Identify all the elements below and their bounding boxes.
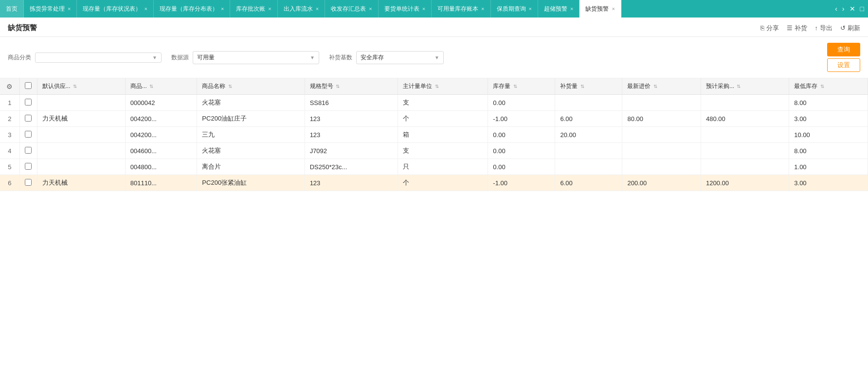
row-unit: 箱: [398, 127, 488, 143]
latest-price-sort-icon: ⇅: [653, 84, 657, 89]
export-button[interactable]: ↑ 导出: [815, 24, 833, 33]
category-filter-group: 商品分类 ▼: [8, 53, 162, 63]
settings-button[interactable]: 设置: [827, 58, 860, 72]
row-checkbox[interactable]: [25, 115, 32, 122]
row-name: 三九: [197, 127, 305, 143]
row-spec: 123: [305, 111, 398, 127]
tab-nav-buttons: ‹ › ✕ □: [831, 4, 868, 14]
tab-stock-status[interactable]: 现存量（库存状况表） ×: [77, 0, 153, 18]
table-container: ⚙ 默认供应... ⇅ 商品... ⇅ 商品名称 ⇅: [0, 78, 868, 191]
close-tab-stock-status[interactable]: ×: [144, 6, 147, 12]
table-row[interactable]: 1 0000042 火花塞 SS816 支 0.00 8.00: [0, 95, 868, 111]
col-unit[interactable]: 主计量单位 ⇅: [398, 78, 488, 95]
col-stock[interactable]: 库存量 ⇅: [488, 78, 555, 95]
tab-home[interactable]: 首页: [0, 0, 24, 18]
col-code[interactable]: 商品... ⇅: [125, 78, 197, 95]
table-row[interactable]: 3 004200... 三九 123 箱 0.00 20.00 10.00: [0, 127, 868, 143]
tab-shortage[interactable]: 缺货预警 ×: [579, 0, 621, 18]
row-checkbox[interactable]: [25, 131, 32, 138]
row-latest-price: 200.00: [622, 175, 701, 191]
table-row[interactable]: 5 004800... 离合片 DS250*23c... 只 0.00 1.00: [0, 159, 868, 175]
replenish-icon: ☰: [787, 24, 793, 32]
row-checkbox[interactable]: [25, 147, 32, 154]
close-tab-overstock[interactable]: ×: [570, 6, 573, 12]
row-checkbox-cell[interactable]: [19, 127, 37, 143]
replenish-button[interactable]: ☰ 补货: [787, 24, 807, 33]
close-tab-stock-dist[interactable]: ×: [221, 6, 224, 12]
table-row[interactable]: 2 力天机械 004200... PC200油缸庄子 123 个 -1.00 6…: [0, 111, 868, 127]
tab-available[interactable]: 可用量库存账本 ×: [432, 0, 490, 18]
category-chevron-icon: ▼: [152, 55, 157, 60]
row-unit: 支: [398, 95, 488, 111]
data-table: ⚙ 默认供应... ⇅ 商品... ⇅ 商品名称 ⇅: [0, 78, 868, 191]
row-supplier: [37, 143, 125, 159]
row-est-purchase: [701, 143, 789, 159]
row-checkbox-cell[interactable]: [19, 143, 37, 159]
query-button[interactable]: 查询: [827, 43, 860, 56]
col-min-stock[interactable]: 最低库存 ⇅: [789, 78, 868, 95]
replenish-base-select[interactable]: 安全库存 ▼: [356, 51, 444, 64]
datasource-select[interactable]: 可用量 ▼: [193, 51, 319, 64]
close-tab-expiry[interactable]: ×: [529, 6, 532, 12]
close-tab-requisition[interactable]: ×: [422, 6, 425, 12]
page-title: 缺货预警: [8, 23, 37, 33]
tab-inout[interactable]: 出入库流水 ×: [278, 0, 325, 18]
row-code: 801110...: [125, 175, 197, 191]
row-checkbox-cell[interactable]: [19, 159, 37, 175]
col-spec[interactable]: 规格型号 ⇅: [305, 78, 398, 95]
stock-sort-icon: ⇅: [513, 84, 517, 89]
row-est-purchase: [701, 127, 789, 143]
close-tab-batch[interactable]: ×: [268, 6, 271, 12]
row-name: 离合片: [197, 159, 305, 175]
gear-icon[interactable]: ⚙: [6, 83, 13, 90]
col-supplier[interactable]: 默认供应... ⇅: [37, 78, 125, 95]
row-checkbox[interactable]: [25, 99, 32, 106]
table-row[interactable]: 4 004600... 火花塞 J7092 支 0.00 8.00: [0, 143, 868, 159]
category-select[interactable]: ▼: [35, 53, 162, 63]
est-purchase-sort-icon: ⇅: [737, 84, 741, 89]
row-checkbox[interactable]: [25, 179, 32, 186]
close-tab-shortage[interactable]: ×: [612, 6, 615, 12]
row-code: 004600...: [125, 143, 197, 159]
table-header-row: ⚙ 默认供应... ⇅ 商品... ⇅ 商品名称 ⇅: [0, 78, 868, 95]
select-all-checkbox[interactable]: [25, 82, 32, 89]
col-est-purchase[interactable]: 预计采购... ⇅: [701, 78, 789, 95]
row-spec: DS250*23c...: [305, 159, 398, 175]
datasource-value: 可用量: [197, 53, 215, 62]
tab-next-button[interactable]: ›: [840, 4, 847, 14]
tab-requisition[interactable]: 要货单统计表 ×: [379, 0, 432, 18]
replenish-sort-icon: ⇅: [580, 84, 584, 89]
close-tab-abnormal[interactable]: ×: [68, 6, 71, 12]
share-icon: ⎘: [760, 24, 764, 32]
row-code: 004800...: [125, 159, 197, 175]
tab-receive[interactable]: 收发存汇总表 ×: [325, 0, 378, 18]
replenish-base-label: 补货基数: [329, 53, 352, 62]
row-supplier: [37, 127, 125, 143]
tab-abnormal[interactable]: 拣货异常处理 ×: [24, 0, 77, 18]
row-checkbox-cell[interactable]: [19, 95, 37, 111]
tab-overstock[interactable]: 超储预警 ×: [538, 0, 579, 18]
refresh-button[interactable]: ↺ 刷新: [840, 24, 860, 33]
tab-prev-button[interactable]: ‹: [833, 4, 839, 14]
col-replenish[interactable]: 补货量 ⇅: [555, 78, 622, 95]
row-replenish: [555, 143, 622, 159]
row-checkbox-cell[interactable]: [19, 175, 37, 191]
row-checkbox[interactable]: [25, 163, 32, 170]
tab-expand-button[interactable]: □: [858, 4, 866, 14]
col-latest-price[interactable]: 最新进价 ⇅: [622, 78, 701, 95]
table-row[interactable]: 6 力天机械 801110... PC200张紧油缸 123 个 -1.00 6…: [0, 175, 868, 191]
row-index: 2: [0, 111, 19, 127]
tab-batch[interactable]: 库存批次账 ×: [230, 0, 277, 18]
col-name[interactable]: 商品名称 ⇅: [197, 78, 305, 95]
export-icon: ↑: [815, 24, 818, 32]
col-gear[interactable]: ⚙: [0, 78, 19, 95]
category-label: 商品分类: [8, 53, 31, 62]
row-checkbox-cell[interactable]: [19, 111, 37, 127]
tab-stock-dist[interactable]: 现存量（库存分布表） ×: [154, 0, 230, 18]
close-tab-inout[interactable]: ×: [316, 6, 319, 12]
share-button[interactable]: ⎘ 分享: [760, 24, 779, 33]
close-tab-receive[interactable]: ×: [369, 6, 372, 12]
tab-close-button[interactable]: ✕: [848, 4, 857, 14]
close-tab-available[interactable]: ×: [481, 6, 484, 12]
tab-expiry[interactable]: 保质期查询 ×: [491, 0, 538, 18]
